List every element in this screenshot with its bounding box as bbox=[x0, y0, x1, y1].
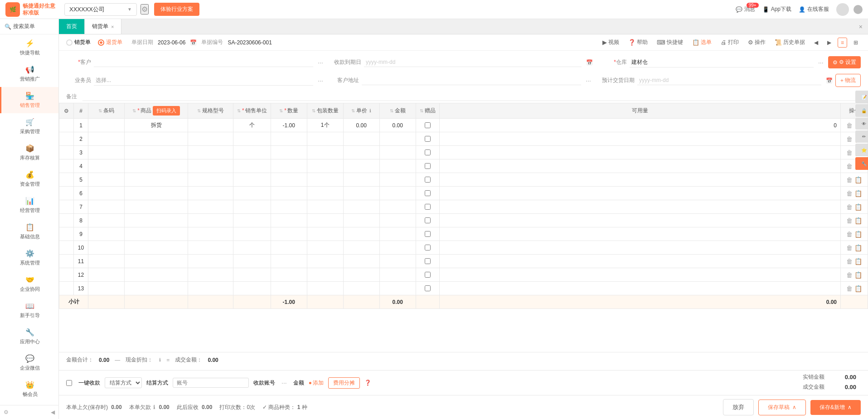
rp-btn-2[interactable]: 🔒 bbox=[855, 104, 868, 117]
online-service-button[interactable]: 👤 在线客服 bbox=[799, 5, 829, 13]
select-button[interactable]: 📋 选单 bbox=[689, 37, 714, 48]
cell-barcode-9[interactable] bbox=[88, 241, 125, 255]
delete-icon-6[interactable]: 🗑 bbox=[846, 203, 853, 211]
gift-checkbox-7[interactable] bbox=[425, 217, 431, 223]
sidebar-item-inventory[interactable]: 📦 库存核算 bbox=[0, 140, 58, 166]
cell-unit-12[interactable] bbox=[233, 282, 271, 295]
cell-barcode-11[interactable] bbox=[88, 268, 125, 282]
cell-amount-9[interactable] bbox=[379, 241, 416, 255]
settings-button[interactable]: ⚙ ⚙ 设置 bbox=[828, 56, 861, 68]
cell-spec-8[interactable] bbox=[188, 227, 233, 241]
cell-amount-2[interactable] bbox=[379, 146, 416, 159]
cell-barcode-5[interactable] bbox=[88, 187, 125, 200]
cell-pkgqty-10[interactable] bbox=[307, 255, 343, 268]
sidebar-item-basics[interactable]: 📋 基础信息 bbox=[0, 218, 58, 245]
cell-pkgqty-0[interactable]: 1个 bbox=[307, 119, 343, 132]
cell-product-11[interactable] bbox=[125, 268, 188, 282]
cell-amount-6[interactable] bbox=[379, 200, 416, 214]
remark-input[interactable] bbox=[82, 92, 861, 101]
cell-quantity-6[interactable] bbox=[271, 200, 307, 214]
expense-split-button[interactable]: 费用分摊 bbox=[328, 377, 360, 389]
shortcut-button[interactable]: ⌨ 快捷键 bbox=[654, 37, 686, 48]
gift-checkbox-2[interactable] bbox=[425, 149, 431, 155]
gear-button[interactable]: ⚙ bbox=[141, 4, 149, 14]
discount-info-icon[interactable]: ℹ bbox=[159, 357, 161, 362]
cell-product-2[interactable] bbox=[125, 146, 188, 159]
cell-product-7[interactable] bbox=[125, 214, 188, 227]
cell-gift-5[interactable] bbox=[416, 187, 439, 200]
sidebar-item-wechat[interactable]: 💬 企业微信 bbox=[0, 350, 58, 376]
cell-price-0[interactable]: 0.00 bbox=[343, 119, 379, 132]
cell-gift-3[interactable] bbox=[416, 159, 439, 173]
cell-spec-10[interactable] bbox=[188, 255, 233, 268]
cell-spec-6[interactable] bbox=[188, 200, 233, 214]
col-gift[interactable]: ⇅ 赠品 bbox=[416, 103, 439, 119]
cell-gift-11[interactable] bbox=[416, 268, 439, 282]
rp-btn-5[interactable]: ⭐ bbox=[855, 144, 868, 156]
cell-spec-5[interactable] bbox=[188, 187, 233, 200]
delete-icon-1[interactable]: 🗑 bbox=[846, 135, 853, 143]
cell-gift-8[interactable] bbox=[416, 227, 439, 241]
cell-pkgqty-4[interactable] bbox=[307, 173, 343, 187]
cell-quantity-9[interactable] bbox=[271, 241, 307, 255]
cell-quantity-1[interactable] bbox=[271, 132, 307, 146]
warehouse-value[interactable]: 建材仓 bbox=[630, 58, 814, 67]
cell-pkgqty-9[interactable] bbox=[307, 241, 343, 255]
radio-sales-order[interactable]: 销货单 bbox=[66, 39, 91, 46]
copy-icon-8[interactable]: 📋 bbox=[854, 231, 862, 238]
cell-spec-1[interactable] bbox=[188, 132, 233, 146]
sidebar-item-system[interactable]: ⚙️ 系统管理 bbox=[0, 245, 58, 271]
cell-spec-12[interactable] bbox=[188, 282, 233, 295]
cell-price-7[interactable] bbox=[343, 214, 379, 227]
cell-quantity-0[interactable]: -1.00 bbox=[271, 119, 307, 132]
owe-info-icon[interactable]: ℹ bbox=[153, 404, 155, 410]
gift-checkbox-10[interactable] bbox=[425, 258, 431, 264]
cell-spec-3[interactable] bbox=[188, 159, 233, 173]
sidebar-item-sales[interactable]: 🏪 销售管理 bbox=[0, 87, 58, 113]
cell-amount-5[interactable] bbox=[379, 187, 416, 200]
delete-icon-5[interactable]: 🗑 bbox=[846, 190, 853, 197]
cell-barcode-4[interactable] bbox=[88, 173, 125, 187]
cell-quantity-5[interactable] bbox=[271, 187, 307, 200]
sidebar-settings-icon[interactable]: ⚙ bbox=[4, 409, 9, 415]
cell-product-12[interactable] bbox=[125, 282, 188, 295]
delete-icon-3[interactable]: 🗑 bbox=[846, 163, 853, 170]
expected-delivery-value[interactable]: yyyy-mm-dd bbox=[637, 76, 821, 85]
copy-icon-6[interactable]: 📋 bbox=[854, 203, 862, 211]
cell-barcode-8[interactable] bbox=[88, 227, 125, 241]
sidebar-item-marketing[interactable]: 📢 营销推广 bbox=[0, 61, 58, 87]
payment-due-value[interactable]: yyyy-mm-dd bbox=[364, 58, 582, 67]
cell-quantity-4[interactable] bbox=[271, 173, 307, 187]
sidebar-item-purchase[interactable]: 🛒 采购管理 bbox=[0, 113, 58, 140]
cell-unit-0[interactable]: 个 bbox=[233, 119, 271, 132]
company-selector[interactable]: XXXXXX公司 ▼ bbox=[64, 3, 137, 16]
cell-price-3[interactable] bbox=[343, 159, 379, 173]
sidebar-item-finance[interactable]: 💰 资金管理 bbox=[0, 166, 58, 192]
cell-gift-4[interactable] bbox=[416, 173, 439, 187]
cell-unit-7[interactable] bbox=[233, 214, 271, 227]
cell-product-5[interactable] bbox=[125, 187, 188, 200]
sidebar-item-guide[interactable]: 📖 新手引导 bbox=[0, 297, 58, 323]
col-quantity[interactable]: ⇅ 数量 bbox=[271, 103, 307, 119]
cell-gift-10[interactable] bbox=[416, 255, 439, 268]
cell-barcode-2[interactable] bbox=[88, 146, 125, 159]
view-toggle-list[interactable]: ≡ bbox=[838, 38, 847, 48]
copy-icon-10[interactable]: 📋 bbox=[854, 258, 862, 265]
gift-checkbox-0[interactable] bbox=[425, 122, 431, 128]
cell-amount-7[interactable] bbox=[379, 214, 416, 227]
cell-gift-12[interactable] bbox=[416, 282, 439, 295]
cell-unit-6[interactable] bbox=[233, 200, 271, 214]
cell-product-0[interactable]: 拆货 bbox=[125, 119, 188, 132]
rp-btn-4[interactable]: ✏ bbox=[855, 130, 868, 143]
cell-pkgqty-8[interactable] bbox=[307, 227, 343, 241]
gift-checkbox-12[interactable] bbox=[425, 285, 431, 291]
cell-quantity-12[interactable] bbox=[271, 282, 307, 295]
cell-price-5[interactable] bbox=[343, 187, 379, 200]
cell-barcode-7[interactable] bbox=[88, 214, 125, 227]
col-product[interactable]: ⇅ 商品 扫码录入 bbox=[125, 103, 188, 119]
cell-price-12[interactable] bbox=[343, 282, 379, 295]
customer-address-value[interactable] bbox=[362, 76, 581, 85]
expected-delivery-calendar-icon[interactable]: 📅 bbox=[826, 77, 833, 84]
delete-icon-8[interactable]: 🗑 bbox=[846, 231, 853, 238]
print-button[interactable]: 🖨 打印 bbox=[718, 37, 742, 48]
